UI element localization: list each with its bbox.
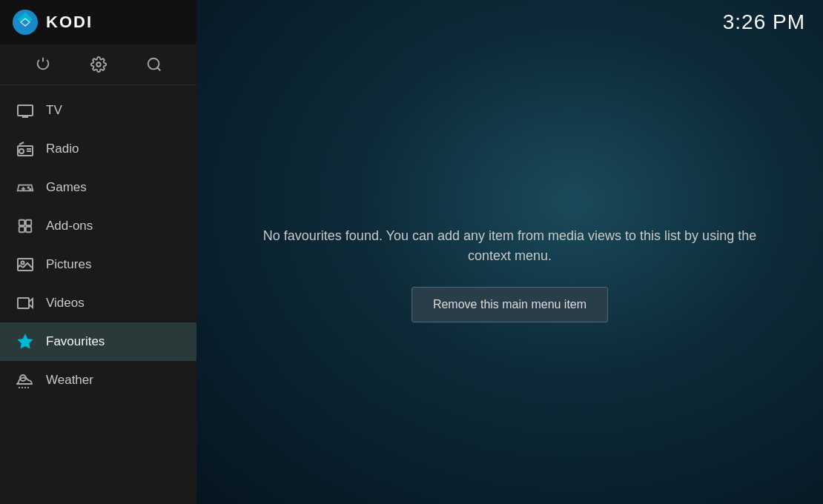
sidebar-item-favourites-label: Favourites (46, 334, 105, 349)
no-favourites-message: No favourites found. You can add any ite… (251, 226, 770, 266)
tv-icon (15, 100, 36, 121)
search-button[interactable] (142, 52, 167, 77)
svg-line-6 (157, 67, 160, 70)
videos-icon (15, 293, 36, 314)
toolbar (0, 44, 196, 85)
sidebar-item-tv[interactable]: TV (0, 91, 196, 130)
svg-point-17 (27, 187, 29, 188)
sidebar-item-pictures[interactable]: Pictures (0, 245, 196, 284)
svg-line-14 (19, 142, 24, 145)
svg-point-4 (96, 62, 101, 67)
sidebar-item-videos-label: Videos (46, 296, 85, 311)
sidebar-item-radio-label: Radio (46, 142, 79, 156)
settings-button[interactable] (86, 52, 111, 77)
svg-point-18 (30, 189, 31, 190)
sidebar-item-games-label: Games (46, 180, 87, 195)
radio-icon (15, 139, 36, 159)
sidebar-header: KODI (0, 0, 196, 44)
svg-rect-7 (18, 105, 33, 116)
main-content: 3:26 PM No favourites found. You can add… (196, 0, 823, 504)
remove-menu-item-button[interactable]: Remove this main menu item (412, 287, 608, 322)
svg-rect-21 (26, 227, 31, 232)
sidebar-item-games[interactable]: Games (0, 168, 196, 207)
sidebar-item-weather[interactable]: Weather (0, 361, 196, 399)
weather-icon (15, 370, 36, 391)
sidebar-item-favourites[interactable]: Favourites (0, 322, 196, 361)
sidebar: KODI (0, 0, 196, 504)
sidebar-item-addons[interactable]: Add-ons (0, 207, 196, 245)
content-area: No favourites found. You can add any ite… (196, 44, 823, 504)
svg-rect-19 (19, 220, 24, 225)
sidebar-item-pictures-label: Pictures (46, 257, 91, 272)
games-icon (15, 177, 36, 198)
sidebar-item-tv-label: TV (46, 103, 62, 118)
svg-point-24 (22, 262, 24, 265)
kodi-logo-icon (12, 9, 39, 36)
addons-icon (15, 216, 36, 236)
svg-marker-27 (19, 335, 32, 348)
clock: 3:26 PM (723, 10, 805, 34)
svg-rect-22 (19, 227, 24, 232)
sidebar-nav: TV Radio (0, 85, 196, 504)
pictures-icon (15, 254, 36, 275)
star-icon (15, 331, 36, 352)
sidebar-item-radio[interactable]: Radio (0, 130, 196, 168)
sidebar-item-videos[interactable]: Videos (0, 284, 196, 322)
svg-rect-20 (26, 220, 31, 225)
sidebar-item-addons-label: Add-ons (46, 219, 93, 233)
power-button[interactable] (30, 52, 56, 77)
svg-point-11 (19, 149, 24, 153)
svg-point-5 (148, 59, 159, 70)
sidebar-item-weather-label: Weather (46, 373, 93, 388)
topbar: 3:26 PM (196, 0, 823, 44)
app-title: KODI (46, 13, 93, 32)
svg-rect-25 (18, 298, 29, 308)
